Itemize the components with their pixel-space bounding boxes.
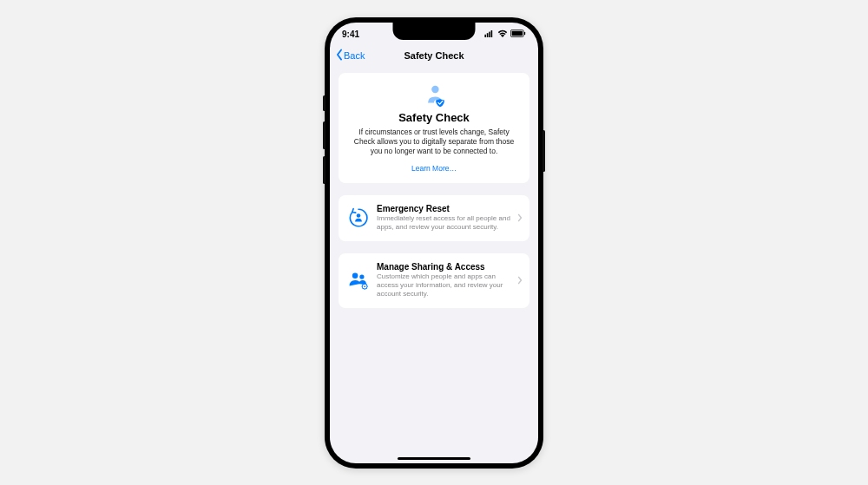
- manage-sharing-text: Manage Sharing & Access Customize which …: [377, 262, 517, 299]
- phone-frame: 9:41 Back Safety Check: [325, 17, 543, 469]
- learn-more-link[interactable]: Learn More…: [411, 164, 457, 173]
- status-indicators: [484, 29, 526, 39]
- notch: [393, 23, 476, 40]
- screen: 9:41 Back Safety Check: [330, 23, 538, 463]
- side-button: [542, 130, 545, 172]
- emergency-reset-title: Emergency Reset: [377, 204, 517, 213]
- svg-rect-2: [489, 32, 490, 37]
- svg-point-13: [364, 286, 365, 288]
- manage-sharing-title: Manage Sharing & Access: [377, 262, 517, 272]
- side-button: [323, 95, 326, 111]
- svg-rect-1: [487, 33, 489, 37]
- svg-point-7: [431, 85, 438, 92]
- chevron-right-icon: [517, 210, 523, 226]
- hero-title: Safety Check: [351, 111, 517, 124]
- svg-line-19: [366, 288, 367, 289]
- svg-rect-3: [491, 30, 493, 37]
- svg-rect-6: [524, 32, 525, 35]
- side-button: [323, 156, 326, 184]
- content-area: Safety Check If circumstances or trust l…: [330, 68, 538, 463]
- svg-point-9: [352, 273, 358, 279]
- svg-point-10: [359, 275, 364, 279]
- svg-point-8: [357, 213, 361, 218]
- manage-sharing-icon: [347, 269, 370, 292]
- svg-rect-5: [512, 31, 523, 36]
- emergency-reset-text: Emergency Reset Immediately reset access…: [377, 204, 517, 233]
- manage-sharing-row[interactable]: Manage Sharing & Access Customize which …: [339, 253, 529, 308]
- side-button: [323, 121, 326, 149]
- svg-rect-0: [484, 35, 486, 37]
- nav-bar: Back Safety Check: [330, 47, 538, 68]
- back-button[interactable]: Back: [335, 49, 365, 62]
- home-indicator[interactable]: [398, 457, 470, 460]
- battery-icon: [510, 29, 526, 39]
- emergency-reset-row[interactable]: Emergency Reset Immediately reset access…: [339, 195, 529, 241]
- svg-line-18: [363, 285, 364, 285]
- svg-line-21: [366, 285, 367, 285]
- manage-sharing-description: Customize which people and apps can acce…: [377, 272, 517, 299]
- chevron-right-icon: [517, 272, 523, 288]
- emergency-reset-icon: [347, 206, 370, 229]
- hero-card: Safety Check If circumstances or trust l…: [339, 73, 529, 183]
- hero-description: If circumstances or trust levels change,…: [351, 128, 517, 157]
- svg-line-20: [363, 288, 364, 289]
- cellular-icon: [484, 29, 495, 39]
- status-time: 9:41: [342, 29, 359, 39]
- emergency-reset-description: Immediately reset access for all people …: [377, 214, 517, 233]
- wifi-icon: [497, 29, 508, 39]
- back-label: Back: [344, 50, 365, 61]
- chevron-left-icon: [335, 49, 344, 62]
- safety-check-hero-icon: [422, 83, 446, 108]
